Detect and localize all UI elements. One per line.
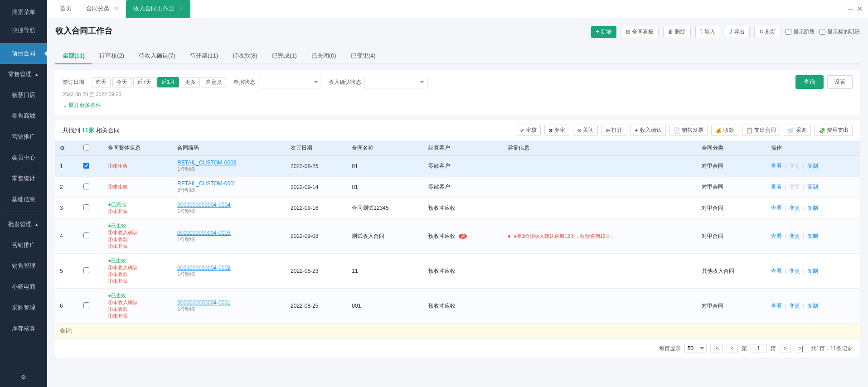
- col-checkbox[interactable]: [79, 140, 104, 156]
- filter-tab-pending-confirm[interactable]: 待收入确认(7): [131, 48, 183, 64]
- show-detail-check[interactable]: 显示标的明细: [820, 28, 860, 36]
- action-abandon-audit[interactable]: ✖ 弃审: [544, 125, 569, 136]
- sidebar-item-smart[interactable]: 智慧门店: [0, 85, 47, 106]
- refresh-button[interactable]: ↻ 刷新: [754, 26, 781, 38]
- row1-copy[interactable]: 复制: [807, 163, 818, 169]
- query-button[interactable]: 查询: [795, 75, 824, 89]
- action-expense-out[interactable]: 💸 费用支出: [815, 125, 853, 136]
- sidebar-item-marketing[interactable]: 营销推广: [0, 126, 47, 147]
- row5-change[interactable]: 变更: [789, 268, 800, 274]
- sidebar-item-batch[interactable]: 批发管理 ▲: [0, 214, 47, 235]
- date-yesterday[interactable]: 昨天: [92, 77, 111, 87]
- row2-change[interactable]: 变更: [789, 184, 800, 190]
- sidebar-settings[interactable]: ⚙: [0, 368, 47, 387]
- row2-checkbox[interactable]: [79, 177, 104, 198]
- show-fields-checkbox[interactable]: [786, 29, 791, 35]
- page-input[interactable]: [751, 344, 767, 353]
- row2-code-link[interactable]: RETAIL_CUSTOM-0001: [177, 180, 281, 187]
- filter-tab-pending-collect[interactable]: 待收款(8): [225, 48, 265, 64]
- row6-code-link[interactable]: 0000000000004-0001: [177, 300, 281, 306]
- row5-view[interactable]: 查看: [771, 268, 782, 274]
- sidebar-item-member[interactable]: 会员中心: [0, 147, 47, 168]
- export-button[interactable]: ⤴ 导出: [725, 26, 750, 38]
- filter-tab-done[interactable]: 已完成(1): [265, 48, 304, 64]
- filter-tab-all[interactable]: 全部(11): [55, 48, 92, 64]
- row1-checkbox[interactable]: [79, 156, 104, 177]
- row6-checkbox[interactable]: [79, 289, 104, 324]
- sidebar-item-mall[interactable]: 零售商城: [0, 106, 47, 126]
- action-expense-contract[interactable]: 📋 支出合同: [742, 125, 780, 136]
- action-audit[interactable]: ✔ 审核: [516, 125, 541, 136]
- page-first[interactable]: |<: [710, 344, 723, 353]
- row6-view[interactable]: 查看: [771, 303, 782, 309]
- row3-code-link[interactable]: 0000000000004-0004: [177, 202, 281, 208]
- confirm-select[interactable]: [364, 76, 427, 88]
- row3-change[interactable]: 变更: [789, 205, 800, 211]
- sidebar-item-purchase[interactable]: 采购管理: [0, 297, 47, 318]
- sidebar-item-ecom[interactable]: 小畅电商: [0, 276, 47, 297]
- window-close-icon[interactable]: ✕: [857, 5, 863, 13]
- add-button[interactable]: + 新增: [591, 26, 616, 38]
- show-fields-check[interactable]: 显示阶段: [786, 28, 815, 36]
- row6-copy[interactable]: 复制: [807, 303, 818, 309]
- per-page-select[interactable]: 50 20 100: [684, 344, 707, 353]
- board-button[interactable]: ⊞ 合同看板: [621, 26, 659, 38]
- show-detail-checkbox[interactable]: [820, 29, 825, 35]
- row4-copy[interactable]: 复制: [807, 233, 818, 239]
- row4-code-link[interactable]: 0000000000004-0003: [177, 230, 281, 236]
- action-sales-invoice[interactable]: 📄 销售发票: [669, 125, 708, 136]
- window-minimize-icon[interactable]: ─: [848, 5, 853, 13]
- setting-button[interactable]: 设置: [827, 75, 853, 89]
- row4-checkbox[interactable]: [79, 219, 104, 254]
- action-open[interactable]: ⊕ 打开: [601, 125, 626, 136]
- page-next[interactable]: >: [780, 344, 791, 353]
- tab-income-workbench[interactable]: 收入合同工作台 ✕: [126, 0, 191, 18]
- tab-home[interactable]: 首页: [53, 0, 79, 18]
- tab-income-workbench-close[interactable]: ✕: [179, 5, 183, 12]
- tab-contract-category[interactable]: 合同分类 ✕: [79, 0, 126, 18]
- import-button[interactable]: ⤵ 导入: [695, 26, 720, 38]
- row3-copy[interactable]: 复制: [807, 205, 818, 211]
- row3-view[interactable]: 查看: [771, 205, 782, 211]
- row1-change[interactable]: 变更: [789, 163, 800, 169]
- sidebar-item-stats[interactable]: 零售统计: [0, 168, 47, 189]
- action-close[interactable]: ⊗ 关闭: [573, 125, 598, 136]
- row1-view[interactable]: 查看: [771, 163, 782, 169]
- row3-checkbox[interactable]: [79, 198, 104, 219]
- date-more[interactable]: 更多: [181, 77, 200, 87]
- row5-checkbox[interactable]: [79, 254, 104, 289]
- delete-button[interactable]: 🗑 删除: [663, 26, 691, 38]
- sidebar-item-mktbatch[interactable]: 营销推广: [0, 235, 47, 256]
- page-prev[interactable]: <: [727, 344, 738, 353]
- filter-tab-pending-invoice[interactable]: 待开票(11): [183, 48, 225, 64]
- row4-view[interactable]: 查看: [771, 233, 782, 239]
- sidebar-item-inventory[interactable]: 库存核算: [0, 318, 47, 339]
- row4-change[interactable]: 变更: [789, 233, 800, 239]
- col-settings[interactable]: ⚙: [55, 140, 79, 156]
- sidebar-item-retail[interactable]: 零售管理 ▲: [0, 64, 47, 85]
- status-select[interactable]: [258, 76, 321, 88]
- date-custom[interactable]: 自定义: [202, 77, 226, 87]
- expand-filters[interactable]: ⌄ 展开更多条件: [63, 102, 853, 109]
- filter-tab-changed[interactable]: 已变更(4): [344, 48, 383, 64]
- filter-tab-pending-review[interactable]: 待审核(2): [92, 48, 131, 64]
- select-all-checkbox[interactable]: [83, 145, 89, 150]
- row2-copy[interactable]: 复制: [807, 184, 818, 190]
- action-purchase[interactable]: 🛒 采购: [784, 125, 811, 136]
- date-today[interactable]: 今天: [112, 77, 131, 87]
- sidebar-item-project[interactable]: 项目合同: [0, 43, 47, 64]
- page-last[interactable]: >|: [795, 344, 807, 353]
- date-7days[interactable]: 近7天: [133, 77, 155, 87]
- action-income-confirm[interactable]: ✦ 收入确认: [630, 125, 666, 136]
- row5-copy[interactable]: 复制: [807, 268, 818, 274]
- sidebar-quick-nav[interactable]: 快捷导航: [0, 22, 47, 39]
- sidebar-item-basic[interactable]: 基础信息: [0, 189, 47, 210]
- action-collect[interactable]: 💰 收款: [711, 125, 738, 136]
- sidebar-item-sales[interactable]: 销售管理: [0, 256, 47, 276]
- date-1month[interactable]: 近1月: [157, 77, 179, 87]
- row5-code-link[interactable]: 0000000000004-0002: [177, 265, 281, 271]
- tab-contract-category-close[interactable]: ✕: [114, 5, 119, 12]
- row2-view[interactable]: 查看: [771, 184, 782, 190]
- row1-code-link[interactable]: RETAIL_CUSTOM-0003: [177, 160, 281, 166]
- row6-change[interactable]: 变更: [789, 303, 800, 309]
